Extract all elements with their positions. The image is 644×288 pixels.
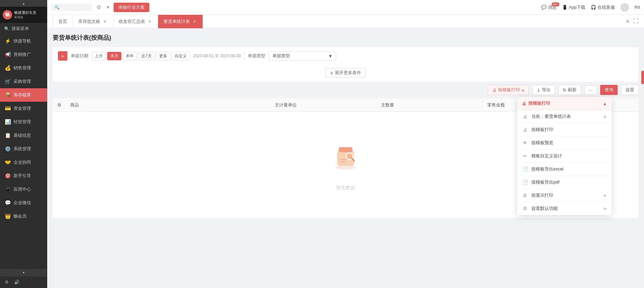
window-controls: ✕ ⛶ bbox=[625, 18, 639, 25]
sidebar-item-operations[interactable]: 📊 经营管理 bbox=[0, 115, 47, 129]
export-button[interactable]: ⤓ 导出 bbox=[532, 85, 555, 95]
sidebar-item-label: 企业微信 bbox=[13, 200, 31, 206]
tab-requisition-stats[interactable]: 要货单统计表 × bbox=[158, 15, 203, 28]
scroll-up-arrow[interactable]: ▲ bbox=[0, 0, 47, 7]
settings-footer-icon[interactable]: ⚙ bbox=[5, 280, 9, 285]
sidebar-item-label: 企业协同 bbox=[13, 159, 31, 165]
column-unit-label: 主计量单位 bbox=[275, 102, 297, 108]
sidebar-item-appcenter[interactable]: 📱 应用中心 bbox=[0, 183, 47, 196]
template-preview-item[interactable]: 👁 按模板预览 bbox=[517, 136, 612, 150]
sidebar-item-marketing[interactable]: 📢 营销推广 bbox=[0, 48, 47, 61]
topbar-search-icon: 🔍 bbox=[55, 5, 60, 10]
scrollbar-thumb[interactable] bbox=[641, 71, 644, 84]
refresh-label: 刷新 bbox=[568, 87, 577, 93]
trial-button[interactable]: 体验行业方案 bbox=[114, 3, 149, 12]
settings-button[interactable]: 设置 bbox=[621, 85, 639, 95]
date-custom[interactable]: 自定义 bbox=[172, 52, 190, 60]
scroll-down-arrow[interactable]: ▼ bbox=[0, 269, 47, 276]
dropdown-arrow-up[interactable]: ▲ bbox=[603, 101, 607, 106]
query-button[interactable]: 查询 bbox=[600, 85, 618, 95]
page-content: 要货单统计表(按商品) » 单据日期 上月 本月 本年 近7天 更多 自定义 2… bbox=[47, 28, 644, 288]
date-last-7-days[interactable]: 近7天 bbox=[138, 52, 155, 60]
column-settings[interactable]: ⚙ bbox=[53, 102, 66, 107]
sidebar-item-label: 新手引导 bbox=[13, 173, 31, 179]
template-export-pdf-icon: 📄 bbox=[522, 180, 528, 185]
sidebar-item-finance[interactable]: 💳 资金管理 bbox=[0, 102, 47, 115]
set-default-item[interactable]: ⚙ 设置默认功能 ▶ bbox=[517, 202, 612, 215]
sidebar-item-inventory[interactable]: 📦 库存核算 bbox=[0, 88, 47, 102]
search-menu[interactable]: 🔍 搜索菜单 bbox=[0, 23, 47, 34]
sidebar-item-guide[interactable]: 🎯 新手引导 bbox=[0, 169, 47, 183]
guide-icon: 🎯 bbox=[5, 173, 11, 179]
main-container: 🔍 ⚙ ▼ 体验行业方案 💬 消息 99+ 📱 App下载 🎧 在线客服 Rit bbox=[47, 0, 644, 288]
date-prev-month[interactable]: 上月 bbox=[92, 52, 106, 60]
window-close-icon[interactable]: ✕ bbox=[625, 18, 630, 25]
svg-rect-6 bbox=[341, 159, 347, 160]
online-support-button[interactable]: 🎧 在线客服 bbox=[591, 4, 615, 10]
quicknav-icon: ⚡ bbox=[5, 38, 11, 44]
date-filter-label: 单据日期 bbox=[71, 53, 88, 59]
template-print-item[interactable]: 🖨 按模板打印 bbox=[517, 123, 612, 136]
sidebar-item-sales[interactable]: 💰 销售管理 bbox=[0, 61, 47, 75]
chevron-right-icon: » bbox=[61, 53, 64, 59]
tab-close-inventory-batch[interactable]: × bbox=[102, 19, 108, 24]
template-export-excel-item[interactable]: 📄 按模板导出excel bbox=[517, 163, 612, 176]
app-download-label: App下载 bbox=[569, 4, 585, 10]
current-template-item[interactable]: 🖨 当前：要货单统计表 ▶ bbox=[517, 110, 612, 123]
print-template-label: 按模板打印 bbox=[498, 87, 520, 93]
column-unit: 主计量单位 bbox=[271, 102, 377, 108]
sidebar-item-quicknav[interactable]: ⚡ 快捷导航 bbox=[0, 34, 47, 48]
sidebar-item-basic[interactable]: 📋 基础信息 bbox=[0, 129, 47, 142]
dropdown-arrow-icon: ▼ bbox=[328, 54, 332, 59]
message-button[interactable]: 💬 消息 99+ bbox=[541, 4, 557, 10]
topbar-dropdown-icon[interactable]: ▼ bbox=[106, 5, 110, 10]
expand-conditions-button[interactable]: ∨ 展开更多条件 bbox=[326, 68, 365, 77]
refresh-button[interactable]: ↻ 刷新 bbox=[558, 85, 581, 95]
column-amount-label: 零售金额 bbox=[487, 102, 505, 108]
user-name[interactable]: Rit bbox=[635, 5, 640, 10]
logo-icon: 畅 bbox=[3, 10, 12, 20]
date-current-month[interactable]: 本月 bbox=[107, 52, 121, 60]
template-export-excel-icon: 📄 bbox=[522, 166, 528, 172]
topbar-gear[interactable]: ⚙ bbox=[95, 4, 103, 10]
template-custom-item[interactable]: ✏ 模板自定义设计 bbox=[517, 150, 612, 163]
more-button[interactable]: ··· bbox=[584, 86, 597, 95]
window-max-icon[interactable]: ⛶ bbox=[633, 18, 639, 25]
dropdown-header: 🖨 按模板打印 ▲ bbox=[517, 97, 612, 110]
sidebar-item-system[interactable]: ⚙️ 系统管理 bbox=[0, 142, 47, 156]
date-more[interactable]: 更多 bbox=[156, 52, 170, 60]
app-download-button[interactable]: 📱 App下载 bbox=[562, 4, 585, 10]
date-current-year[interactable]: 本年 bbox=[123, 52, 137, 60]
sidebar-item-label: 快捷导航 bbox=[13, 38, 31, 44]
template-preview-label: 按模板预览 bbox=[531, 140, 553, 146]
tab-close-requisition-stats[interactable]: × bbox=[192, 19, 197, 24]
sidebar-item-collab[interactable]: 🤝 企业协同 bbox=[0, 156, 47, 169]
filter-toggle-button[interactable]: » bbox=[58, 51, 67, 61]
user-avatar[interactable] bbox=[620, 3, 629, 12]
template-print-icon: 🖨 bbox=[522, 127, 528, 132]
sidebar-item-label: 库存核算 bbox=[13, 92, 31, 98]
message-icon: 💬 bbox=[541, 5, 547, 10]
svg-point-0 bbox=[335, 165, 356, 169]
print-template-button[interactable]: 🖨 按模板打印 ▲ bbox=[488, 85, 529, 95]
tab-close-receipt-summary[interactable]: × bbox=[147, 19, 152, 24]
sidebar-item-wechat[interactable]: 💬 企业微信 bbox=[0, 196, 47, 210]
sidebar-nav: ⚡ 快捷导航 📢 营销推广 💰 销售管理 🛒 采购管理 📦 库存核算 💳 资金管… bbox=[0, 34, 47, 269]
sidebar-footer: ⚙ 🔊 bbox=[0, 276, 47, 288]
order-type-select[interactable]: 单据类型 ▼ bbox=[269, 51, 336, 61]
help-footer-icon[interactable]: 🔊 bbox=[14, 280, 20, 285]
tab-home[interactable]: 首页 bbox=[53, 15, 73, 28]
right-scrollbar[interactable] bbox=[641, 67, 644, 202]
display-print-item[interactable]: 🖥 按显示打印 ▶ bbox=[517, 189, 612, 202]
tab-inventory-batch[interactable]: 库存批次账 × bbox=[73, 15, 113, 28]
empty-icon bbox=[329, 139, 362, 179]
tab-receipt-summary[interactable]: 收发存汇总表 × bbox=[113, 15, 158, 28]
topbar: 🔍 ⚙ ▼ 体验行业方案 💬 消息 99+ 📱 App下载 🎧 在线客服 Rit bbox=[47, 0, 644, 15]
sidebar-item-purchase[interactable]: 🛒 采购管理 bbox=[0, 75, 47, 88]
export-label: 导出 bbox=[542, 87, 551, 93]
display-print-label: 按显示打印 bbox=[531, 192, 553, 198]
sidebar-item-member[interactable]: 👑 畅会员 bbox=[0, 210, 47, 223]
topbar-search[interactable]: 🔍 bbox=[51, 4, 92, 11]
refresh-icon: ↻ bbox=[563, 88, 566, 93]
template-export-pdf-item[interactable]: 📄 按模板导出pdf bbox=[517, 176, 612, 189]
